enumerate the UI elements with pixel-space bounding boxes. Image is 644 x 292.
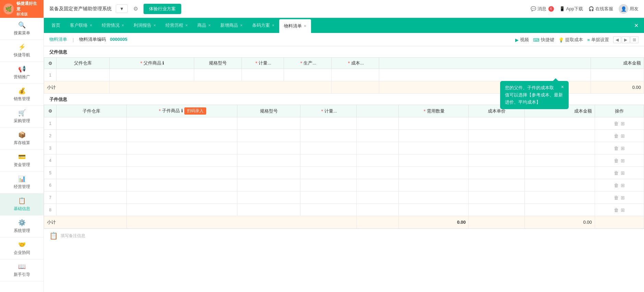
child-row8-qty[interactable]	[398, 204, 469, 216]
child-row2-qty[interactable]	[398, 130, 469, 142]
child-row7-unitcost[interactable]	[469, 191, 525, 204]
child-row5-unit[interactable]	[300, 167, 357, 179]
tab-history[interactable]: 经营历程 ×	[161, 18, 193, 33]
child-row4-product[interactable]	[126, 154, 237, 167]
child-row6-product[interactable]	[126, 179, 237, 191]
child-row4-warehouse[interactable]	[57, 154, 127, 167]
child-row2-product[interactable]	[126, 130, 237, 142]
child-row4-qty[interactable]	[398, 154, 469, 167]
prev-button[interactable]: ◀	[613, 36, 621, 43]
child-row4-unit[interactable]	[300, 154, 357, 167]
delete-icon[interactable]: 🗑	[614, 121, 619, 126]
sidebar-item-quicknav[interactable]: ⚡ 快捷导航	[0, 40, 44, 62]
child-row3-warehouse[interactable]	[57, 142, 127, 154]
delete-icon-7[interactable]: 🗑	[614, 195, 619, 200]
parent-row1-product[interactable]	[109, 69, 194, 81]
tab-operations-status[interactable]: 经营情况 ×	[97, 18, 129, 33]
child-row1-qty[interactable]	[398, 117, 469, 130]
message-action[interactable]: 💬 消息 6	[531, 6, 554, 12]
delete-icon-3[interactable]: 🗑	[614, 145, 619, 151]
parent-row1-cost[interactable]	[332, 69, 379, 81]
child-row3-qty[interactable]	[398, 142, 469, 154]
child-row7-warehouse[interactable]	[57, 191, 127, 204]
child-row1-spec[interactable]	[237, 117, 300, 130]
child-row5-qty[interactable]	[398, 167, 469, 179]
child-row5-spec[interactable]	[237, 167, 300, 179]
note-placeholder[interactable]: 填写备注信息	[61, 233, 85, 239]
sidebar-item-collab[interactable]: 🤝 企业协同	[0, 237, 44, 259]
child-row5-unitcost[interactable]	[469, 167, 525, 179]
copy-icon-8[interactable]: ⊞	[621, 207, 625, 213]
delete-icon-8[interactable]: 🗑	[614, 207, 619, 213]
copy-icon-5[interactable]: ⊞	[621, 170, 625, 176]
single-settings-button[interactable]: ≡ 单据设置	[587, 37, 609, 43]
child-row2-spec[interactable]	[237, 130, 300, 142]
tab-close-profit[interactable]: ×	[153, 23, 156, 28]
parent-row1-production[interactable]	[284, 69, 332, 81]
child-row6-warehouse[interactable]	[57, 179, 127, 191]
child-row3-unitcost[interactable]	[469, 142, 525, 154]
online-service-action[interactable]: 🎧 在线客服	[589, 6, 613, 12]
child-row3-unit[interactable]	[300, 142, 357, 154]
sidebar-item-guide[interactable]: 📖 新手引导	[0, 259, 44, 281]
sidebar-item-search[interactable]: 🔍 搜索菜单	[0, 18, 44, 40]
parent-row1-warehouse[interactable]	[57, 69, 110, 81]
child-row6-qty[interactable]	[398, 179, 469, 191]
child-th-settings[interactable]: ⚙	[44, 105, 57, 117]
child-row7-spec[interactable]	[237, 191, 300, 204]
child-row5-product[interactable]	[126, 167, 237, 179]
child-row6-unit[interactable]	[300, 179, 357, 191]
child-row2-unitcost[interactable]	[469, 130, 525, 142]
copy-icon-3[interactable]: ⊞	[621, 145, 625, 151]
tab-barcode[interactable]: 条码方案 ×	[247, 18, 279, 33]
video-button[interactable]: ▶ 视频	[515, 37, 529, 43]
trial-button[interactable]: 体验行业方案	[144, 4, 181, 14]
child-row3-product[interactable]	[126, 142, 237, 154]
sidebar-item-operations[interactable]: 📊 经营管理	[0, 172, 44, 194]
tab-close-operations-status[interactable]: ×	[122, 23, 124, 28]
close-all-tabs[interactable]: ✕	[631, 22, 641, 29]
child-row8-unitcost[interactable]	[469, 204, 525, 216]
expand-button[interactable]: ⊞	[630, 36, 639, 43]
child-row2-warehouse[interactable]	[57, 130, 127, 142]
delete-icon-5[interactable]: 🗑	[614, 170, 619, 176]
child-row8-warehouse[interactable]	[57, 204, 127, 216]
sidebar-item-basic[interactable]: 📋 基础信息	[0, 194, 44, 215]
child-row7-qty[interactable]	[398, 191, 469, 204]
tab-home[interactable]: 首页	[47, 18, 65, 33]
parent-row1-spec[interactable]	[194, 69, 242, 81]
child-row8-product[interactable]	[126, 204, 237, 216]
parent-th-settings[interactable]: ⚙	[44, 58, 57, 69]
next-button[interactable]: ▶	[622, 36, 630, 43]
child-row8-spec[interactable]	[237, 204, 300, 216]
child-row5-warehouse[interactable]	[57, 167, 127, 179]
child-row6-spec[interactable]	[237, 179, 300, 191]
copy-icon-6[interactable]: ⊞	[621, 183, 625, 188]
child-row4-unitcost[interactable]	[469, 154, 525, 167]
child-row1-product[interactable]	[126, 117, 237, 130]
app-download-action[interactable]: 📱 App下载	[559, 6, 583, 12]
tab-close-customer[interactable]: ×	[90, 23, 92, 28]
sidebar-item-purchase[interactable]: 🛒 采购管理	[0, 106, 44, 128]
tooltip-close-button[interactable]: ×	[561, 84, 564, 89]
child-row1-unitcost[interactable]	[469, 117, 525, 130]
user-action[interactable]: 👤 用友	[619, 4, 639, 14]
scan-input-button[interactable]: 扫码录入	[184, 107, 206, 115]
delete-icon-2[interactable]: 🗑	[614, 133, 619, 139]
child-row7-product[interactable]	[126, 191, 237, 204]
parent-row1-unit[interactable]	[242, 69, 284, 81]
copy-icon-4[interactable]: ⊞	[621, 158, 625, 163]
tab-close-new-product[interactable]: ×	[240, 23, 243, 28]
tab-close-product[interactable]: ×	[208, 23, 211, 28]
extract-cost-button[interactable]: 💡 提取成本	[558, 37, 583, 43]
sidebar-item-sales[interactable]: 💰 销售管理	[0, 84, 44, 106]
system-dropdown-button[interactable]: ▼	[116, 4, 128, 13]
sidebar-item-finance[interactable]: 💳 资金管理	[0, 150, 44, 172]
delete-icon-6[interactable]: 🗑	[614, 183, 619, 188]
tab-close-barcode[interactable]: ×	[272, 23, 274, 28]
tab-close-history[interactable]: ×	[185, 23, 188, 28]
child-row7-unit[interactable]	[300, 191, 357, 204]
child-row8-unit[interactable]	[300, 204, 357, 216]
tab-new-product[interactable]: 新增商品 ×	[215, 18, 247, 33]
copy-icon[interactable]: ⊞	[621, 121, 625, 126]
